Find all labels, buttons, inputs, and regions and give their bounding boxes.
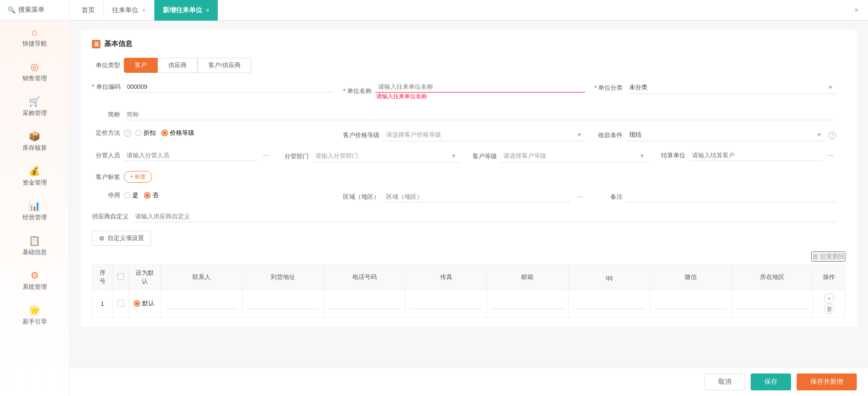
qq-input[interactable]	[573, 298, 645, 309]
sidebar-item-label: 快捷导航	[23, 39, 47, 48]
unit-name-input[interactable]	[375, 81, 585, 93]
unit-category-value: 未分类	[629, 83, 828, 92]
form-content: 基 基本信息 单位类型 客户 供应商 客户/供应商 单位编码	[69, 21, 868, 367]
card-title-icon: 基	[92, 40, 100, 48]
customer-price-select[interactable]: 请选择客户价格等级 ▼	[383, 129, 585, 141]
col-email: 邮箱	[487, 265, 569, 290]
sidebar-item-system[interactable]: ⚙ 系统管理	[0, 263, 69, 298]
unit-code-input[interactable]	[124, 81, 334, 93]
pricing-method-label: 定价方法	[92, 129, 120, 137]
supplier-custom-input[interactable]	[132, 211, 836, 222]
row-add-button[interactable]: +	[824, 293, 834, 303]
settlement-more-btn[interactable]: ···	[826, 151, 836, 160]
dept-chevron: ▼	[451, 153, 457, 159]
system-icon: ⚙	[30, 270, 39, 281]
unit-type-supplier[interactable]: 供应商	[158, 58, 198, 73]
row-qq[interactable]	[568, 290, 650, 318]
phone-input[interactable]	[328, 298, 400, 309]
address-input[interactable]	[247, 298, 319, 309]
unit-category-field: 单位分类 未分类 ▼	[594, 81, 845, 94]
sales-icon: ◎	[30, 61, 38, 72]
wechat-input[interactable]	[655, 298, 727, 309]
default-label: 默认	[142, 299, 154, 308]
tab-partners-close[interactable]: ×	[142, 8, 145, 13]
tab-home-label: 首页	[82, 6, 95, 15]
sidebar-item-purchase[interactable]: 🛒 采购管理	[0, 89, 69, 124]
save-new-button[interactable]: 保存并新增	[797, 373, 857, 390]
row-fax[interactable]	[405, 290, 487, 318]
sidebar-item-operations[interactable]: 📊 经营管理	[0, 194, 69, 228]
email-input[interactable]	[492, 298, 563, 309]
contact-input[interactable]	[166, 298, 237, 309]
pricing-level[interactable]: 价格等级	[161, 129, 194, 137]
row-contact[interactable]	[160, 290, 242, 318]
row-delete-button[interactable]: 🗑	[824, 303, 834, 314]
supplier-custom-row: 供应商自定义	[92, 211, 845, 222]
abbr-field: 简称	[92, 109, 845, 120]
customer-level-select[interactable]: 请选择客户等级 ▼	[501, 150, 648, 163]
row-checkbox-cell[interactable]	[113, 290, 129, 318]
manager-more-btn[interactable]: ···	[261, 151, 271, 160]
sidebar-item-sales[interactable]: ◎ 销售管理	[0, 54, 69, 89]
row-checkbox[interactable]	[117, 300, 124, 306]
window-close-icon[interactable]: ×	[849, 6, 864, 15]
row-wechat[interactable]	[650, 290, 731, 318]
unit-type-both[interactable]: 客户/供应商	[198, 58, 251, 73]
price-level-radio	[161, 130, 168, 136]
payment-terms-select[interactable]: 现结 ▼	[626, 129, 825, 141]
disabled-yes[interactable]: 是	[124, 191, 138, 200]
unit-type-customer[interactable]: 客户	[124, 58, 158, 73]
sidebar-item-stock[interactable]: 📦 库存核算	[0, 124, 69, 159]
region-more-btn[interactable]: ···	[575, 193, 585, 201]
col-checkbox[interactable]	[113, 265, 129, 290]
no-label: 否	[152, 191, 159, 200]
save-button[interactable]: 保存	[751, 373, 791, 390]
tab-partners[interactable]: 往来单位 ×	[104, 0, 154, 21]
default-radio-item[interactable]: 默认	[134, 299, 155, 308]
abbr-input[interactable]	[124, 109, 836, 120]
search-menu-label: 搜索菜单	[18, 6, 45, 14]
operations-icon: 📊	[29, 200, 40, 211]
row-email[interactable]	[487, 290, 569, 318]
cancel-button[interactable]: 取消	[705, 373, 745, 390]
search-menu-item[interactable]: 🔍 搜索菜单	[0, 0, 69, 20]
disabled-radio-group: 是 否	[124, 191, 159, 200]
add-tag-button[interactable]: + 标签	[124, 171, 152, 183]
sidebar-item-basic-info[interactable]: 📋 基础信息	[0, 228, 69, 263]
manager-input[interactable]	[124, 150, 257, 161]
col-region: 所在地区	[731, 265, 813, 290]
custom-settings-button[interactable]: ⚙ 自定义项设置	[92, 231, 151, 246]
tab-new-partner-close[interactable]: ×	[206, 8, 209, 13]
unit-type-buttons: 客户 供应商 客户/供应商	[124, 58, 251, 73]
remark-field: 备注	[594, 191, 845, 202]
batch-delete-button[interactable]: 🗑 批量删除	[811, 251, 845, 262]
fax-input[interactable]	[410, 298, 482, 309]
region-table-input[interactable]	[737, 298, 808, 309]
region-input[interactable]	[383, 191, 571, 202]
customer-price-placeholder: 请选择客户价格等级	[386, 131, 576, 139]
pricing-help-icon[interactable]: ?	[124, 129, 131, 137]
purchase-icon: 🛒	[29, 96, 40, 107]
tab-partners-label: 往来单位	[112, 6, 138, 15]
sidebar-item-guide[interactable]: 🌟 新手引导	[0, 298, 69, 333]
tab-home[interactable]: 首页	[73, 0, 104, 21]
row-phone[interactable]	[324, 290, 405, 318]
unit-category-select[interactable]: 未分类 ▼	[626, 81, 836, 94]
remark-label: 备注	[594, 193, 623, 201]
tab-new-partner[interactable]: 新增往来单位 ×	[154, 0, 218, 21]
header-checkbox[interactable]	[117, 273, 124, 280]
row-address[interactable]	[242, 290, 324, 318]
payment-help-icon[interactable]: ?	[829, 132, 836, 139]
customer-level-placeholder: 请选择客户等级	[503, 152, 640, 160]
sidebar-item-quick-nav[interactable]: ⌂ 快捷导航	[0, 20, 69, 54]
remark-input[interactable]	[626, 191, 836, 202]
pricing-discount[interactable]: 折扣	[135, 129, 156, 137]
dept-select[interactable]: 请输入分管部门 ▼	[312, 150, 460, 163]
disabled-label: 停用	[92, 191, 120, 200]
disabled-field: 停用 是 否	[92, 191, 343, 200]
sidebar-item-finance[interactable]: 💰 资金管理	[0, 159, 69, 194]
row-region[interactable]	[731, 290, 813, 318]
disabled-row: 停用 是 否 区域（地区） ···	[92, 191, 845, 202]
disabled-no[interactable]: 否	[144, 191, 159, 200]
settlement-input[interactable]	[689, 150, 822, 161]
